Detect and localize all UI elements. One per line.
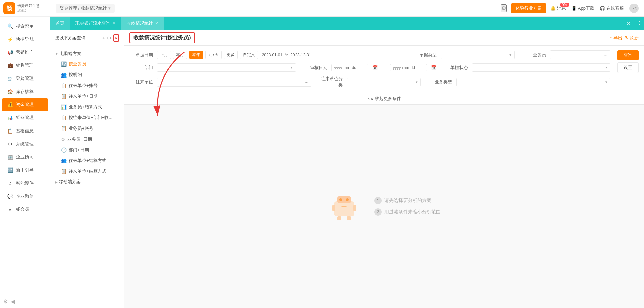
sidebar-item-guide[interactable]: 🆕 新手引导 [2,164,48,176]
tab-bank[interactable]: 现金银行流水查询 ✕ [70,17,121,30]
date-last-month-btn[interactable]: 上月 [157,51,171,59]
date-7days-btn[interactable]: 近7天 [205,51,222,59]
tree-item-salesman-date[interactable]: ⚙ 业务员+日期 [50,134,124,145]
date-label: 单据日期 [129,52,153,58]
sidebar-item-operations[interactable]: 📊 经营管理 [2,111,48,124]
export-icon: ↑ [610,35,612,40]
sidebar-item-quicknav[interactable]: ⚡ 快捷导航 [2,33,48,46]
wechat-icon: 💬 [7,194,13,199]
review-date-from-input[interactable] [331,64,368,71]
tree-group-mobile[interactable]: ▶ 移动端方案 [50,177,124,187]
collapse-button[interactable]: ∧∧ 收起更多条件 [367,96,401,102]
export-button[interactable]: ↑ 导出 [610,35,623,41]
tree-item-salesman-settlement[interactable]: 📊 业务员+结算方式 [50,102,124,112]
marketing-icon: 📢 [7,50,13,55]
salesman-select[interactable]: ··· [550,50,610,59]
tab-receipt-label: 收款情况统计 [127,20,153,27]
counterpart-category-select[interactable]: ▾ [347,78,421,86]
sidebar-item-sales[interactable]: 💼 销售管理 [2,59,48,72]
svg-rect-8 [347,216,351,220]
tree-item-dept-date[interactable]: 🕐 部门+日期 [50,145,124,155]
calendar-to-icon[interactable]: 📅 [431,65,436,70]
date-filter-row: 单据日期 上月 本月 本年 近7天 更多 自定义 2023-01-01 [129,50,610,59]
counterpart-category-chevron-icon: ▾ [416,80,418,84]
trial-button[interactable]: 体验行业方案 [511,3,546,13]
user-avatar[interactable]: Rit [629,4,639,13]
counterpart-more-icon[interactable]: ··· [305,80,308,85]
doc-type-select[interactable]: ▾ [441,51,515,59]
salesman-more-icon[interactable]: ··· [604,52,607,57]
add-scheme-button[interactable]: + [102,35,105,41]
date-custom-btn[interactable]: 自定义 [240,51,258,59]
online-service-item[interactable]: 🎧 在线客服 [600,5,624,11]
tree-item-counterpart-settlement2[interactable]: 📋 往来单位+结算方式 [50,166,124,177]
sidebar-label-hardware: 智能硬件 [16,180,34,186]
dept-chevron-icon: ▾ [291,65,293,70]
tree-item-counterpart-date[interactable]: 📋 往来单位+日期 [50,91,124,102]
query-button[interactable]: 查询 [617,50,639,60]
app-download-item[interactable]: 📱 App下载 [571,5,594,11]
sidebar-item-system[interactable]: ⚙ 系统管理 [2,138,48,150]
search-icon: 🔍 [7,23,13,29]
sidebar-item-purchase[interactable]: 🛒 采购管理 [2,72,48,85]
tree-item-counterpart-settlement2-label: 往来单位+结算方式 [69,168,106,174]
hint-num-2: 2 [374,208,382,216]
tree-item-counterpart-settlement1[interactable]: 👥 往来单位+结算方式 [50,155,124,166]
filter-main-cols: 单据日期 上月 本月 本年 近7天 更多 自定义 2023-01-01 [129,50,610,88]
sidebar-label-system: 系统管理 [16,141,34,147]
sidebar-item-member[interactable]: V 畅会员 [2,203,48,216]
date-this-year-btn[interactable]: 本年 [189,51,203,59]
sidebar-label-enterprise: 企业协同 [16,154,34,160]
settings-bottom-icon[interactable]: ⚙ [3,298,8,305]
review-date-to-input[interactable] [390,64,427,71]
tree-section: ▼ 电脑端方案 🔄 按业务员 👥 按明细 📋 往来单位+账号 📋 往 [50,46,124,190]
date-this-month-btn[interactable]: 本月 [173,51,187,59]
tab-expand-icon[interactable]: ⛶ [635,20,640,27]
hint-text-1: 请先选择要分析的方案 [384,198,431,204]
tab-close-all-icon[interactable]: ✕ [626,20,631,27]
page-title-box: 收款情况统计(按业务员) [129,32,195,43]
system-icon: ⚙ [7,141,13,147]
tree-item-by-detail[interactable]: 👥 按明细 [50,69,124,80]
calendar-from-icon[interactable]: 📅 [372,65,378,70]
svg-rect-6 [353,205,356,211]
dept-input[interactable]: ▾ [157,63,296,72]
tree-item-complex[interactable]: 📋 按往来单位+部门+收... [50,112,124,123]
refresh-button[interactable]: ↻ 刷新 [625,35,639,41]
collapse-panel-button[interactable]: « [113,34,119,42]
counterpart-category-label: 往来单位分类 [319,76,343,88]
logo-text: 畅捷通好生意 [17,3,40,8]
date-more-btn[interactable]: 更多 [224,51,238,59]
sidebar-item-marketing[interactable]: 📢 营销推广 [2,46,48,59]
tab-receipt[interactable]: 收款情况统计 ✕ [121,17,164,30]
sidebar-label-finance: 资金管理 [16,102,34,108]
settings-scheme-button[interactable]: ⚙ [107,35,111,41]
tab-bank-close-icon[interactable]: ✕ [112,21,116,26]
tree-item-salesman-account[interactable]: 📋 业务员+账号 [50,123,124,134]
tree-item-counterpart-account-label: 往来单位+账号 [69,83,98,89]
notification-item[interactable]: 🔔 消息 99+ [550,5,566,11]
filter-settings-button[interactable]: 设置 [617,62,639,73]
salesman-scheme-icon: 🔄 [61,61,67,67]
date-quick-buttons: 上月 本月 本年 近7天 更多 自定义 [157,51,258,59]
sidebar-item-base[interactable]: 📋 基础信息 [2,124,48,137]
doc-status-select[interactable]: ▾ [472,63,611,72]
online-service-label: 在线客服 [606,5,624,11]
tab-receipt-close-icon[interactable]: ✕ [155,21,158,26]
tree-item-counterpart-account[interactable]: 📋 往来单位+账号 [50,80,124,91]
sidebar-item-hardware[interactable]: 🖥 智能硬件 [2,177,48,190]
sidebar-item-enterprise[interactable]: 🏢 企业协同 [2,151,48,163]
sidebar-label-member: 畅会员 [16,206,29,212]
collapse-bottom-icon[interactable]: ◀ [11,298,15,305]
sidebar-item-finance[interactable]: 💰 资金管理 [2,98,48,111]
tab-home[interactable]: 首页 [50,17,70,30]
sidebar-item-search[interactable]: 🔍 搜索菜单 [2,20,48,33]
tree-group-desktop[interactable]: ▼ 电脑端方案 [50,49,124,59]
gear-button[interactable]: ⚙ [501,4,507,12]
counterpart-input[interactable]: ··· [157,78,311,87]
date-range: 2023-01-01 至 2023-12-31 [262,52,311,58]
tree-item-by-salesman[interactable]: 🔄 按业务员 [50,59,124,69]
biz-type-select[interactable]: ▾ [456,78,610,86]
sidebar-item-inventory[interactable]: 🏠 库存核算 [2,85,48,98]
sidebar-item-wechat[interactable]: 💬 企业微信 [2,190,48,203]
